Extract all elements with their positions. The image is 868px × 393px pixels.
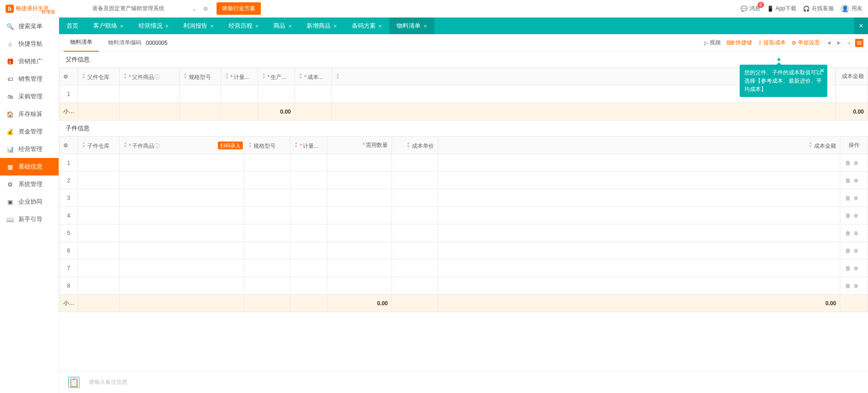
system-selector[interactable]: 装备及固定资产辅助管理系统 ⌄ — [92, 5, 197, 12]
close-all-tabs-button[interactable]: ✕ — [854, 18, 868, 34]
sidebar-item-0[interactable]: 🔍搜索菜单 — [0, 18, 59, 35]
remark-input[interactable]: 请输入备注信息 — [89, 378, 181, 386]
next-doc-button[interactable]: ▶ — [835, 39, 843, 47]
parent-qty-header[interactable]: ▲▼*计量... — [221, 68, 258, 85]
tab-4[interactable]: 经营历程× — [221, 18, 266, 34]
video-button[interactable]: ▷视频 — [704, 39, 721, 47]
sidebar-icon: ⚙ — [6, 181, 14, 188]
doc-settings-button[interactable]: ⚙单据设置 — [791, 39, 820, 47]
app-download-button[interactable]: 📱 App下载 — [767, 5, 796, 12]
tab-close-icon[interactable]: × — [120, 23, 124, 30]
table-row[interactable]: 6🗑⊕ — [60, 242, 868, 260]
tab-2[interactable]: 经营情况× — [131, 18, 176, 34]
prev-doc-button[interactable]: ◀ — [825, 39, 833, 47]
sidebar-icon: 🔍 — [6, 23, 14, 30]
extract-cost-button[interactable]: ⇪提取成本 — [758, 39, 786, 47]
table-row[interactable]: 7🗑⊕ — [60, 260, 868, 277]
tooltip-close-button[interactable]: ✕ — [820, 67, 825, 75]
tab-close-icon[interactable]: × — [288, 23, 292, 30]
delete-row-icon[interactable]: 🗑 — [845, 195, 851, 201]
add-row-icon[interactable]: ⊕ — [854, 195, 858, 201]
table-row[interactable]: 8🗑⊕ — [60, 277, 868, 295]
list-view-button[interactable]: ≡ — [845, 39, 853, 47]
settings-icon: ⚙ — [791, 40, 796, 46]
tab-close-icon[interactable]: × — [379, 23, 382, 30]
sidebar-item-5[interactable]: 🏠库存核算 — [0, 105, 59, 123]
message-badge: 6 — [758, 2, 764, 8]
delete-row-icon[interactable]: 🗑 — [845, 160, 851, 166]
table-row[interactable]: 3🗑⊕ — [60, 189, 868, 207]
detail-view-button[interactable]: ▤ — [855, 39, 863, 47]
delete-row-icon[interactable]: 🗑 — [845, 177, 851, 184]
scan-input-badge[interactable]: 扫码录入 — [218, 141, 243, 149]
delete-row-icon[interactable]: 🗑 — [845, 248, 851, 254]
gear-column-header[interactable]: ⚙ — [60, 137, 78, 154]
sidebar-item-2[interactable]: 🎁营销推广 — [0, 53, 59, 70]
tab-close-icon[interactable]: × — [165, 23, 169, 30]
shortcut-button[interactable]: ⌨快捷键 — [726, 39, 752, 47]
child-product-header[interactable]: ▲▼*子件商品ⓘ扫码录入 — [120, 137, 244, 154]
add-row-icon[interactable]: ⊕ — [854, 230, 858, 236]
delete-row-icon[interactable]: 🗑 — [845, 212, 851, 219]
add-row-icon[interactable]: ⊕ — [854, 283, 858, 289]
sidebar-icon: 🎁 — [6, 58, 14, 65]
tab-close-icon[interactable]: × — [255, 23, 259, 30]
sidebar-item-11[interactable]: 📖新手引导 — [0, 211, 59, 228]
code-label: 物料清单编码 — [108, 39, 141, 47]
tab-close-icon[interactable]: × — [333, 23, 337, 30]
add-row-icon[interactable]: ⊕ — [854, 160, 858, 166]
user-menu[interactable]: 👤 用友 — [840, 4, 862, 13]
delete-row-icon[interactable]: 🗑 — [845, 230, 851, 236]
tab-close-icon[interactable]: × — [423, 23, 427, 30]
child-warehouse-header[interactable]: ▲▼子件仓库 — [78, 137, 120, 154]
sidebar-item-9[interactable]: ⚙系统管理 — [0, 175, 59, 193]
add-row-icon[interactable]: ⊕ — [854, 248, 858, 254]
child-qty-header[interactable]: ▲▼*计量... — [290, 137, 327, 154]
delete-row-icon[interactable]: 🗑 — [845, 265, 851, 272]
parent-produce-header[interactable]: ▲▼*生产... — [258, 68, 295, 85]
trial-button[interactable]: 体验行业方案 — [217, 2, 261, 15]
code-value: 0000005 — [146, 40, 168, 46]
parent-spec-header[interactable]: ▲▼规格型号 — [180, 68, 221, 85]
tab-6[interactable]: 新增商品× — [299, 18, 344, 34]
add-row-icon[interactable]: ⊕ — [854, 212, 858, 219]
table-row[interactable]: 4🗑⊕ — [60, 207, 868, 224]
logo[interactable]: b 畅捷通好生意 — [6, 5, 65, 13]
sidebar-item-8[interactable]: ▦基础信息 — [0, 158, 59, 175]
note-icon[interactable]: 📋 — [68, 377, 79, 388]
delete-row-icon[interactable]: 🗑 — [845, 283, 851, 289]
tab-3[interactable]: 利润报告× — [176, 18, 221, 34]
sidebar-item-6[interactable]: 💰资金管理 — [0, 123, 59, 140]
table-row[interactable]: 2🗑⊕ — [60, 172, 868, 189]
parent-warehouse-header[interactable]: ▲▼父件仓库 — [78, 68, 120, 85]
child-cost-amount-header[interactable]: ▲▼成本金额 — [438, 137, 840, 154]
add-row-icon[interactable]: ⊕ — [854, 177, 858, 184]
gear-column-header[interactable]: ⚙ — [60, 68, 78, 85]
tab-1[interactable]: 客户联络× — [86, 18, 131, 34]
page-tab-bom[interactable]: 物料清单 — [64, 34, 99, 52]
messages-button[interactable]: 💬 消息 6 — [741, 5, 760, 12]
online-service-button[interactable]: 🎧 在线客服 — [803, 5, 834, 12]
child-spec-header[interactable]: ▲▼规格型号 — [244, 137, 290, 154]
sidebar-item-7[interactable]: 📊经营管理 — [0, 140, 59, 158]
sidebar-item-3[interactable]: 🏷销售管理 — [0, 70, 59, 88]
parent-product-header[interactable]: ▲▼*父件商品ⓘ — [120, 68, 180, 85]
table-row[interactable]: 5🗑⊕ — [60, 224, 868, 242]
parent-cost-amount-header[interactable]: 成本金额 — [836, 68, 868, 85]
table-row[interactable]: 1🗑⊕ — [60, 154, 868, 172]
sidebar-item-10[interactable]: ▣企业协同 — [0, 193, 59, 211]
child-unit-cost-header[interactable]: ▲▼成本单价 — [392, 137, 438, 154]
tab-7[interactable]: 条码方案× — [344, 18, 390, 34]
add-row-icon[interactable]: ⊕ — [854, 265, 858, 272]
tab-5[interactable]: 商品× — [266, 18, 299, 34]
tab-8[interactable]: 物料清单× — [389, 18, 434, 34]
tooltip: 您的父件、子件的成本取值可以选择【参考成本、最新进价、平均成本】 ✕ — [740, 65, 827, 97]
parent-cost-header[interactable]: ▲▼*成本... — [295, 68, 332, 85]
sidebar-icon: ⌂ — [6, 40, 14, 48]
tab-close-icon[interactable]: × — [210, 23, 214, 30]
child-need-qty-header[interactable]: *需用数量 — [327, 137, 392, 154]
sidebar-item-1[interactable]: ⌂快捷导航 — [0, 35, 59, 53]
gear-icon[interactable]: ⚙ — [203, 6, 208, 12]
tab-0[interactable]: 首页 — [59, 18, 86, 34]
sidebar-item-4[interactable]: 🛍采购管理 — [0, 88, 59, 105]
